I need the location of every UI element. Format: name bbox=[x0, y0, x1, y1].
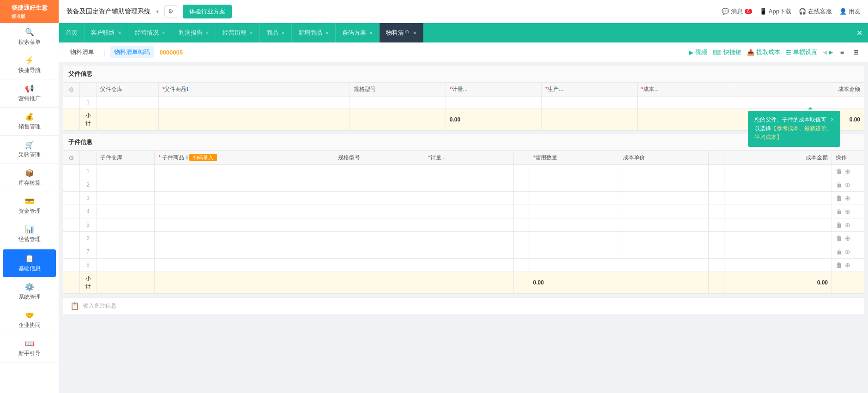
bottom-hint-text[interactable]: 输入备注信息 bbox=[83, 302, 116, 310]
trial-button[interactable]: 体验行业方案 bbox=[183, 5, 232, 18]
child-row-8-product[interactable] bbox=[155, 259, 334, 272]
child-row-3-needed[interactable] bbox=[529, 192, 619, 205]
child-row-3-unit-cost[interactable] bbox=[619, 192, 709, 205]
tab-profit-close[interactable]: ✕ bbox=[205, 30, 209, 36]
breadcrumb-tab-bom-code[interactable]: 物料清单编码 bbox=[110, 46, 154, 58]
child-row-2-unit-cost[interactable] bbox=[619, 178, 709, 192]
sidebar-item-purchase[interactable]: 🛒 采购管理 bbox=[0, 136, 59, 164]
sidebar-item-search[interactable]: 🔍 搜索菜单 bbox=[0, 23, 59, 51]
tab-barcode[interactable]: 条码方案 ✕ bbox=[336, 23, 380, 42]
sidebar-item-finance[interactable]: 💳 资金管理 bbox=[0, 192, 59, 220]
child-row-5-spec[interactable] bbox=[334, 218, 424, 232]
child-row-6-needed[interactable] bbox=[529, 232, 619, 245]
child-row-6-delete-icon[interactable]: 🗑 bbox=[836, 235, 842, 242]
child-row-8-qty[interactable] bbox=[424, 259, 514, 272]
child-row-4-unit-cost[interactable] bbox=[619, 205, 709, 218]
child-row-8-needed[interactable] bbox=[529, 259, 619, 272]
child-row-5-unit-cost[interactable] bbox=[619, 218, 709, 232]
shortcut-action[interactable]: ⌨ 快捷键 bbox=[713, 48, 741, 56]
sidebar-item-inventory[interactable]: 📦 库存核算 bbox=[0, 164, 59, 192]
child-row-5-delete-icon[interactable]: 🗑 bbox=[836, 221, 842, 229]
child-row-7-copy-icon[interactable]: ⊕ bbox=[845, 248, 850, 255]
child-row-1-qty[interactable] bbox=[424, 165, 514, 178]
child-row-2-qty[interactable] bbox=[424, 178, 514, 192]
child-row-6-spec[interactable] bbox=[334, 232, 424, 245]
online-service-action[interactable]: 🎧 在线客服 bbox=[799, 7, 832, 16]
tab-operations-status[interactable]: 经营情况 ✕ bbox=[128, 23, 172, 42]
child-row-1-unit-cost[interactable] bbox=[619, 165, 709, 178]
child-row-6-product[interactable] bbox=[155, 232, 334, 245]
child-row-2-spec[interactable] bbox=[334, 178, 424, 192]
tab-customer-close[interactable]: ✕ bbox=[118, 30, 121, 36]
child-row-4-delete-icon[interactable]: 🗑 bbox=[836, 208, 842, 215]
nav-close-all-button[interactable]: ✕ bbox=[851, 29, 868, 37]
sidebar-item-collab[interactable]: 🤝 企业协同 bbox=[0, 306, 59, 334]
sidebar-item-operations[interactable]: 📊 经营管理 bbox=[0, 220, 59, 248]
child-row-4-spec[interactable] bbox=[334, 205, 424, 218]
child-row-7-unit-cost[interactable] bbox=[619, 245, 709, 259]
child-row-2-copy-icon[interactable]: ⊕ bbox=[845, 181, 850, 188]
sidebar-item-sales[interactable]: 💰 销售管理 bbox=[0, 108, 59, 136]
app-download-action[interactable]: 📱 App下载 bbox=[760, 7, 791, 16]
sidebar-item-quicknav[interactable]: ⚡ 快捷导航 bbox=[0, 51, 59, 79]
video-action[interactable]: ▶ 视频 bbox=[689, 48, 707, 56]
breadcrumb-tab-bom-list[interactable]: 物料清单 bbox=[66, 46, 98, 58]
parent-row-1-product[interactable] bbox=[158, 97, 350, 109]
child-row-1-product[interactable] bbox=[155, 165, 334, 178]
scan-button[interactable]: 扫码录入 bbox=[189, 154, 217, 161]
child-row-4-product[interactable] bbox=[155, 205, 334, 218]
tab-bom-close[interactable]: ✕ bbox=[413, 30, 416, 36]
child-row-4-qty[interactable] bbox=[424, 205, 514, 218]
child-row-7-warehouse[interactable] bbox=[96, 245, 155, 259]
child-row-2-warehouse[interactable] bbox=[96, 178, 155, 192]
view-toggle-grid[interactable]: ⊞ bbox=[851, 48, 861, 57]
child-row-5-product[interactable] bbox=[155, 218, 334, 232]
child-row-1-needed[interactable] bbox=[529, 165, 619, 178]
tab-home[interactable]: 首页 bbox=[59, 23, 84, 42]
parent-gear-icon[interactable]: ⚙ bbox=[68, 86, 74, 93]
system-dropdown-arrow[interactable]: ▾ bbox=[156, 8, 159, 15]
tab-add-goods-close[interactable]: ✕ bbox=[325, 30, 329, 36]
child-row-6-qty[interactable] bbox=[424, 232, 514, 245]
child-row-5-needed[interactable] bbox=[529, 218, 619, 232]
child-row-8-delete-icon[interactable]: 🗑 bbox=[836, 261, 842, 269]
single-settings-action[interactable]: ☰ 单据设置 bbox=[786, 48, 817, 56]
child-row-5-warehouse[interactable] bbox=[96, 218, 155, 232]
tab-profit[interactable]: 利润报告 ✕ bbox=[172, 23, 216, 42]
child-row-3-qty[interactable] bbox=[424, 192, 514, 205]
view-toggle-list[interactable]: ≡ bbox=[838, 48, 846, 57]
child-row-1-warehouse[interactable] bbox=[96, 165, 155, 178]
child-row-6-unit-cost[interactable] bbox=[619, 232, 709, 245]
child-row-3-copy-icon[interactable]: ⊕ bbox=[845, 194, 850, 202]
parent-row-1-qty[interactable] bbox=[446, 97, 541, 109]
child-row-2-needed[interactable] bbox=[529, 178, 619, 192]
child-row-6-warehouse[interactable] bbox=[96, 232, 155, 245]
tab-customer[interactable]: 客户联络 ✕ bbox=[84, 23, 128, 42]
user-action[interactable]: 👤 用友 bbox=[839, 7, 861, 16]
tab-history-close[interactable]: ✕ bbox=[249, 30, 253, 36]
child-row-5-copy-icon[interactable]: ⊕ bbox=[845, 221, 850, 229]
gear-settings-button[interactable]: ⚙ bbox=[164, 5, 177, 18]
parent-row-1-warehouse[interactable] bbox=[96, 97, 159, 109]
nav-left-arrow[interactable]: ◀ bbox=[823, 49, 827, 55]
child-row-1-copy-icon[interactable]: ⊕ bbox=[845, 168, 850, 175]
child-row-2-delete-icon[interactable]: 🗑 bbox=[836, 181, 842, 188]
tab-barcode-close[interactable]: ✕ bbox=[369, 30, 373, 36]
tab-bom[interactable]: 物料清单 ✕ bbox=[380, 23, 423, 42]
parent-row-1-spec[interactable] bbox=[350, 97, 446, 109]
parent-row-1-produce[interactable] bbox=[542, 97, 637, 109]
child-row-5-qty[interactable] bbox=[424, 218, 514, 232]
child-row-3-spec[interactable] bbox=[334, 192, 424, 205]
child-row-2-product[interactable] bbox=[155, 178, 334, 192]
sidebar-item-marketing[interactable]: 📢 营销推广 bbox=[0, 79, 59, 108]
child-row-8-unit-cost[interactable] bbox=[619, 259, 709, 272]
child-row-4-copy-icon[interactable]: ⊕ bbox=[845, 208, 850, 215]
sidebar-item-guide[interactable]: 📖 新手引导 bbox=[0, 334, 59, 363]
child-row-7-delete-icon[interactable]: 🗑 bbox=[836, 248, 842, 255]
sidebar-item-system[interactable]: ⚙️ 系统管理 bbox=[0, 278, 59, 306]
child-row-1-spec[interactable] bbox=[334, 165, 424, 178]
child-row-4-needed[interactable] bbox=[529, 205, 619, 218]
tab-goods[interactable]: 商品 ✕ bbox=[260, 23, 292, 42]
child-row-8-warehouse[interactable] bbox=[96, 259, 155, 272]
child-gear-icon[interactable]: ⚙ bbox=[68, 154, 74, 162]
